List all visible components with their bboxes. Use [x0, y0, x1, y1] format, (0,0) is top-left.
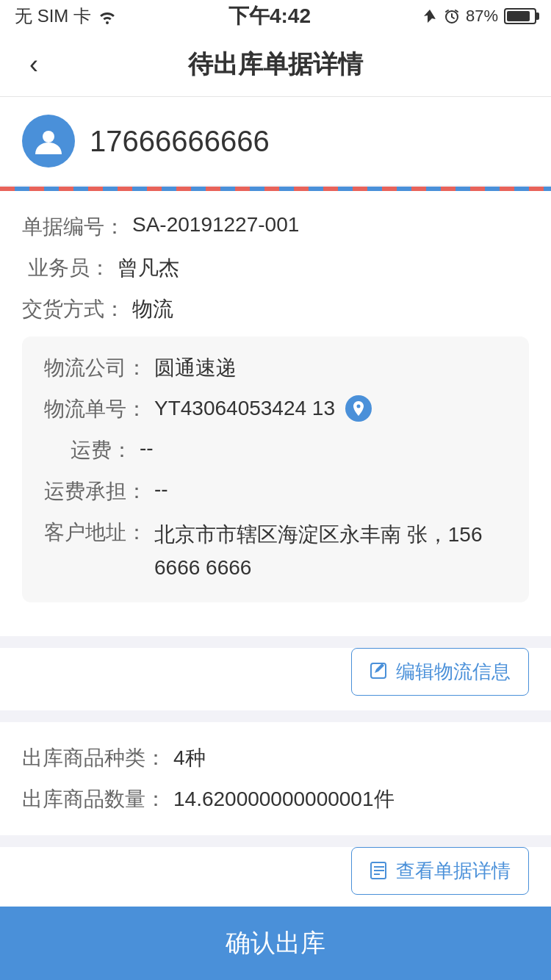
- logistics-freight-row: 运费： --: [44, 436, 507, 464]
- tracking-location-icon[interactable]: [345, 395, 372, 422]
- logistics-tracking-label: 物流单号：: [44, 395, 154, 423]
- section-divider: [0, 710, 551, 722]
- location-nav-icon: [422, 8, 438, 24]
- logistics-address-label: 客户地址：: [44, 519, 154, 547]
- edit-btn-row: 编辑物流信息: [0, 648, 551, 710]
- order-no-label: 单据编号：: [22, 213, 132, 241]
- goods-section: 出库商品种类： 4种 出库商品数量： 14.620000000000001件: [0, 722, 551, 835]
- battery-icon: [504, 8, 536, 24]
- logistics-tracking-row: 物流单号： YT43064053424 13: [44, 395, 507, 423]
- logistics-freightbear-row: 运费承担： --: [44, 478, 507, 505]
- nav-bar: ‹ 待出库单据详情: [0, 32, 551, 97]
- logistics-freightbear-label: 运费承担：: [44, 478, 154, 505]
- page-title: 待出库单据详情: [188, 48, 363, 82]
- detail-btn-row: 查看单据详情: [0, 847, 551, 909]
- status-time: 下午4:42: [228, 2, 311, 30]
- salesman-label: 业务员：: [22, 254, 118, 282]
- delivery-value: 物流: [132, 295, 529, 323]
- status-bar: 无 SIM 卡 下午4:42 87%: [0, 0, 551, 32]
- order-no-value: SA-20191227-001: [132, 213, 529, 237]
- battery-percent: 87%: [466, 7, 498, 26]
- customer-header: 17666666666: [0, 97, 551, 185]
- delivery-row: 交货方式： 物流: [22, 295, 529, 323]
- alarm-icon: [444, 8, 460, 24]
- logistics-address-value: 北京市市辖区海淀区永丰南 张，156 6666 6666: [154, 519, 507, 585]
- wifi-icon: [97, 8, 118, 24]
- order-no-row: 单据编号： SA-20191227-001: [22, 213, 529, 241]
- confirm-outbound-button[interactable]: 确认出库: [0, 907, 551, 980]
- goods-types-value: 4种: [173, 744, 529, 772]
- logistics-company-value: 圆通速递: [154, 354, 507, 382]
- logistics-tracking-value: YT43064053424 13: [154, 395, 507, 422]
- logistics-address-row: 客户地址： 北京市市辖区海淀区永丰南 张，156 6666 6666: [44, 519, 507, 585]
- order-info-section: 单据编号： SA-20191227-001 业务员： 曾凡杰 交货方式： 物流 …: [0, 191, 551, 636]
- logistics-company-row: 物流公司： 圆通速递: [44, 354, 507, 382]
- back-button[interactable]: ‹: [22, 42, 46, 87]
- svg-point-1: [43, 131, 54, 143]
- goods-quantity-label: 出库商品数量：: [22, 785, 173, 813]
- status-right: 87%: [422, 7, 536, 26]
- salesman-value: 曾凡杰: [118, 254, 529, 282]
- logistics-card: 物流公司： 圆通速递 物流单号： YT43064053424 13 运费： --: [22, 336, 529, 602]
- status-carrier: 无 SIM 卡: [15, 4, 118, 28]
- carrier-text: 无 SIM 卡: [15, 4, 91, 28]
- goods-quantity-value: 14.620000000000001件: [173, 785, 529, 813]
- delivery-label: 交货方式：: [22, 295, 132, 323]
- avatar: [22, 115, 75, 167]
- edit-logistics-button[interactable]: 编辑物流信息: [351, 648, 529, 696]
- logistics-freight-value: --: [140, 436, 507, 460]
- user-icon: [32, 125, 65, 157]
- salesman-row: 业务员： 曾凡杰: [22, 254, 529, 282]
- logistics-freightbear-value: --: [154, 478, 507, 501]
- logistics-company-label: 物流公司：: [44, 354, 154, 382]
- goods-types-row: 出库商品种类： 4种: [22, 744, 529, 772]
- edit-icon: [370, 662, 389, 681]
- goods-types-label: 出库商品种类：: [22, 744, 173, 772]
- logistics-freight-label: 运费：: [44, 436, 140, 464]
- goods-quantity-row: 出库商品数量： 14.620000000000001件: [22, 785, 529, 813]
- view-detail-button[interactable]: 查看单据详情: [351, 847, 529, 895]
- detail-icon: [370, 861, 389, 880]
- customer-phone: 17666666666: [90, 125, 270, 158]
